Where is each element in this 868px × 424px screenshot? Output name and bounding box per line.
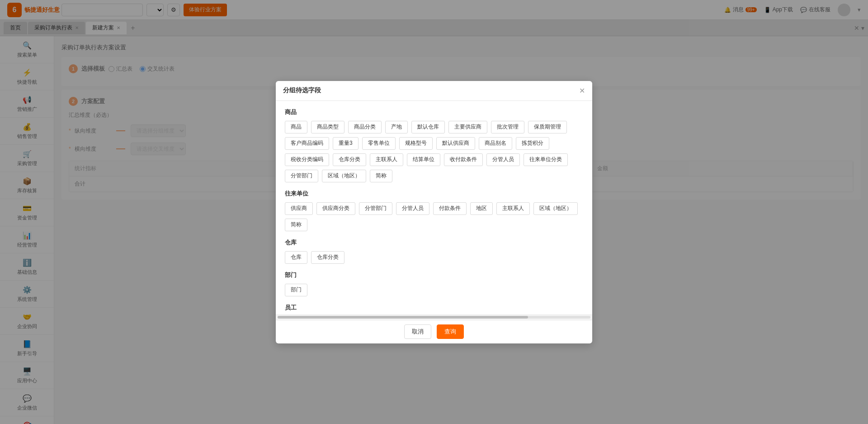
field-group-counterpart: 往来单位 供应商 供应商分类 分管部门 分管人员 付款条件 地区 主联系人 区域… (285, 190, 583, 231)
field-tag-customer-code[interactable]: 客户商品编码 (285, 137, 329, 150)
field-tag-dept-in-charge[interactable]: 分管部门 (285, 170, 318, 182)
field-tag-spec[interactable]: 规格型号 (399, 137, 433, 150)
modal-footer: 取消 查询 (276, 320, 592, 343)
field-group-warehouse-title: 仓库 (285, 238, 583, 247)
field-tag-payment-cond[interactable]: 付款条件 (433, 202, 467, 215)
field-tag-warehouse-category[interactable]: 仓库分类 (333, 153, 366, 166)
field-tag-default-supplier[interactable]: 默认供应商 (436, 137, 475, 150)
field-tag-payment-terms[interactable]: 收付款条件 (444, 153, 483, 166)
field-tag-dept[interactable]: 部门 (285, 284, 307, 296)
field-tags-dept: 部门 (285, 284, 583, 296)
field-tags-counterpart: 供应商 供应商分类 分管部门 分管人员 付款条件 地区 主联系人 区域（地区） … (285, 202, 583, 231)
hscroll-thumb[interactable] (278, 316, 528, 319)
field-tag-warehouse[interactable]: 仓库 (285, 251, 307, 264)
field-tag-settlement-unit[interactable]: 结算单位 (407, 153, 440, 166)
field-tag-supplier-category[interactable]: 供应商分类 (316, 202, 355, 215)
field-tag-warehouse-cat[interactable]: 仓库分类 (311, 251, 344, 264)
field-tag-main-contact[interactable]: 主联系人 (370, 153, 403, 166)
field-tag-goods-alias[interactable]: 商品别名 (479, 137, 512, 150)
field-tag-main-contact-cp[interactable]: 主联系人 (496, 202, 530, 215)
field-group-counterpart-title: 往来单位 (285, 190, 583, 198)
field-tag-pick-points[interactable]: 拣货积分 (516, 137, 549, 150)
cancel-button[interactable]: 取消 (404, 324, 431, 339)
field-tag-supervisor-cp[interactable]: 分管人员 (396, 202, 429, 215)
field-tag-supervisor[interactable]: 分管人员 (486, 153, 520, 166)
field-tag-goods-category[interactable]: 商品分类 (348, 121, 382, 133)
field-tag-default-warehouse[interactable]: 默认仓库 (411, 121, 445, 133)
field-group-dept-title: 部门 (285, 271, 583, 279)
field-group-goods-title: 商品 (285, 108, 583, 116)
field-tags-warehouse: 仓库 仓库分类 (285, 251, 583, 264)
field-group-goods: 商品 商品 商品类型 商品分类 产地 默认仓库 主要供应商 批次管理 保质期管理… (285, 108, 583, 182)
field-tag-abbr-goods[interactable]: 简称 (370, 170, 392, 182)
modal-header: 分组待选字段 ✕ (276, 81, 592, 101)
field-tag-trade-unit-category[interactable]: 往来单位分类 (524, 153, 568, 166)
field-tag-origin[interactable]: 产地 (385, 121, 408, 133)
field-tag-area[interactable]: 地区 (470, 202, 493, 215)
field-tag-batch-mgmt[interactable]: 批次管理 (491, 121, 524, 133)
modal-title: 分组待选字段 (283, 86, 321, 95)
field-tag-tax-code[interactable]: 税收分类编码 (285, 153, 329, 166)
modal-overlay: 分组待选字段 ✕ 商品 商品 商品类型 商品分类 产地 默认仓库 主要供应商 批… (0, 0, 868, 424)
modal-hscroll[interactable] (276, 314, 592, 320)
confirm-button[interactable]: 查询 (437, 324, 464, 339)
field-tag-abbr-cp[interactable]: 简称 (285, 219, 307, 231)
field-group-employee: 员工 业务员 (285, 304, 583, 314)
field-tag-weight[interactable]: 重量3 (333, 137, 359, 150)
hscroll-track[interactable] (278, 316, 590, 319)
field-tags-goods: 商品 商品类型 商品分类 产地 默认仓库 主要供应商 批次管理 保质期管理 客户… (285, 121, 583, 182)
field-tag-region-cp[interactable]: 区域（地区） (533, 202, 578, 215)
field-tag-goods-item[interactable]: 商品 (285, 121, 307, 133)
field-group-dept: 部门 部门 (285, 271, 583, 296)
field-tag-region-goods[interactable]: 区域（地区） (322, 170, 366, 182)
modal-body: 商品 商品 商品类型 商品分类 产地 默认仓库 主要供应商 批次管理 保质期管理… (276, 101, 592, 314)
field-tag-dept-cp[interactable]: 分管部门 (359, 202, 392, 215)
field-tag-goods-type[interactable]: 商品类型 (311, 121, 344, 133)
field-group-warehouse: 仓库 仓库 仓库分类 (285, 238, 583, 264)
modal-close-btn[interactable]: ✕ (579, 86, 585, 95)
field-tag-shelf-life[interactable]: 保质期管理 (528, 121, 567, 133)
field-group-employee-title: 员工 (285, 304, 583, 312)
field-tag-supplier[interactable]: 供应商 (285, 202, 313, 215)
field-tag-retail-unit[interactable]: 零售单位 (362, 137, 396, 150)
field-select-modal: 分组待选字段 ✕ 商品 商品 商品类型 商品分类 产地 默认仓库 主要供应商 批… (276, 81, 592, 343)
field-tag-main-supplier[interactable]: 主要供应商 (448, 121, 487, 133)
